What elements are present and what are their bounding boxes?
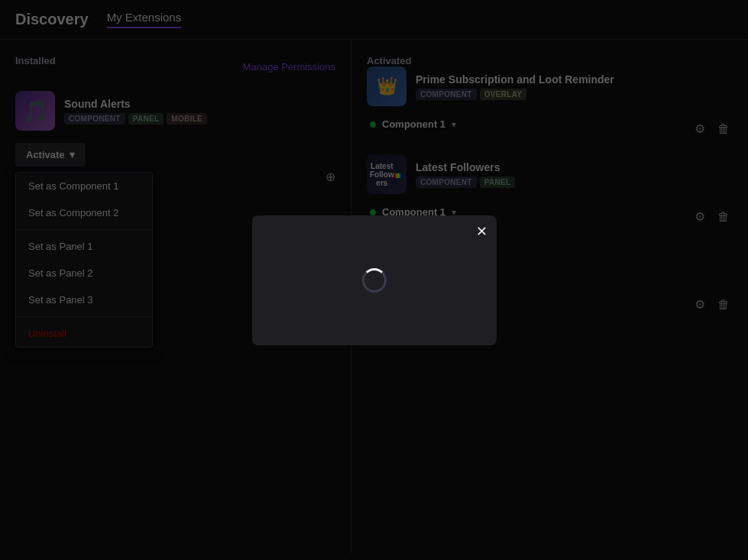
modal-box: ✕ [252, 215, 497, 345]
modal-close-button[interactable]: ✕ [476, 223, 487, 240]
modal-overlay: ✕ [0, 0, 748, 560]
loading-spinner [362, 268, 387, 293]
